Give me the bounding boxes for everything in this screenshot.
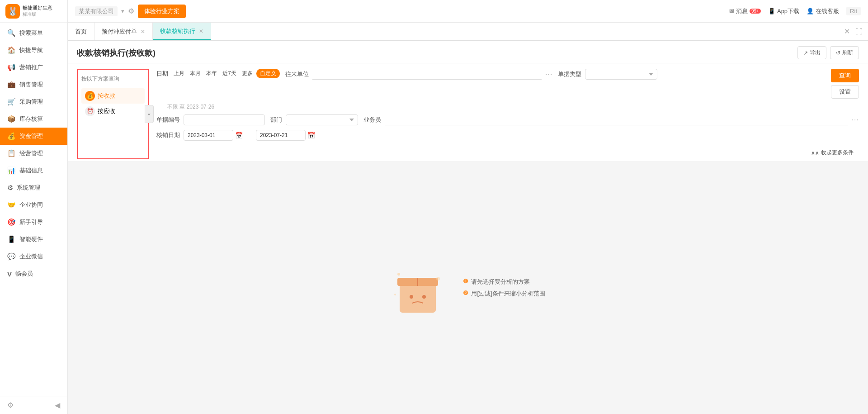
sidebar-item-search[interactable]: 🔍 搜索菜单 xyxy=(0,24,67,42)
message-badge: 99+ xyxy=(750,9,761,14)
svg-point-5 xyxy=(397,273,400,276)
writeoff-end-value: 2023-07-21 xyxy=(256,130,306,141)
refresh-btn[interactable]: ↺ 刷新 xyxy=(830,46,859,59)
filter-option-by-receivable[interactable]: ⏰ 按应收 xyxy=(81,104,145,119)
settings-footer-icon[interactable]: ⚙ xyxy=(7,401,14,409)
sidebar-item-label: 智能硬件 xyxy=(19,235,43,243)
collapse-icon: ∧∧ xyxy=(811,150,819,156)
sidebar-item-label: 搜索菜单 xyxy=(19,29,43,37)
filter-option-label: 按收款 xyxy=(98,92,115,100)
info-icon: 📊 xyxy=(7,167,16,175)
finance-icon: 💰 xyxy=(7,132,16,140)
date-btn-custom[interactable]: 自定义 xyxy=(256,69,280,78)
sidebar-item-label: 库存核算 xyxy=(19,115,43,123)
app-label: App下载 xyxy=(777,7,799,15)
query-btn[interactable]: 查询 xyxy=(831,69,859,82)
filter-sidebar-collapse-btn[interactable]: « xyxy=(145,105,154,123)
sidebar-item-member[interactable]: V 畅会员 xyxy=(0,265,67,282)
staff-filter: 业务员 ··· xyxy=(363,114,859,125)
date-btn-this-month[interactable]: 本月 xyxy=(188,69,203,78)
tab-writeoff[interactable]: 收款核销执行 ✕ xyxy=(153,23,211,40)
page-container: 收款核销执行(按收款) ↗ 导出 ↺ 刷新 按以下方案查询 xyxy=(68,41,868,414)
sidebar-item-label: 营销推广 xyxy=(19,63,43,71)
export-label: 导出 xyxy=(810,49,821,57)
user-name[interactable]: Rit xyxy=(846,7,861,15)
app-download-btn[interactable]: 📱 App下载 xyxy=(768,7,799,15)
topbar-right: ✉ 消息 99+ 📱 App下载 👤 在线客服 Rit xyxy=(729,7,861,15)
sidebar-footer: ⚙ ◀ xyxy=(0,396,67,414)
message-btn[interactable]: ✉ 消息 99+ xyxy=(729,7,761,15)
sidebar-item-management[interactable]: 📋 经营管理 xyxy=(0,145,67,162)
date-shortcuts: 上月 本月 本年 近7天 更多 自定义 xyxy=(172,69,280,78)
maximize-icon[interactable]: ⛶ xyxy=(855,28,863,36)
date-sep: — xyxy=(246,132,252,139)
bill-type-select[interactable] xyxy=(585,69,657,80)
receipt-icon: 💰 xyxy=(85,91,95,101)
date-btn-last-month[interactable]: 上月 xyxy=(172,69,186,78)
close-all-tabs-icon[interactable]: ✕ xyxy=(844,27,850,36)
logo: 🐰 畅捷通好生意 标准版 xyxy=(0,0,67,23)
sidebar-item-finance[interactable]: 💰 资金管理 xyxy=(0,128,67,145)
date-btn-this-year[interactable]: 本年 xyxy=(204,69,219,78)
sidebar-item-hardware[interactable]: 📱 智能硬件 xyxy=(0,231,67,248)
message-icon: ✉ xyxy=(729,8,734,14)
purchase-icon: 🛒 xyxy=(7,98,16,106)
empty-state: ❶ 请先选择要分析的方案 ❷ 用[过滤]条件来缩小分析范围 xyxy=(68,161,868,414)
sidebar-item-purchase[interactable]: 🛒 采购管理 xyxy=(0,93,67,110)
sidebar-item-sales[interactable]: 💼 销售管理 xyxy=(0,76,67,93)
export-btn[interactable]: ↗ 导出 xyxy=(797,46,826,59)
sidebar-item-label: 企业微信 xyxy=(19,252,43,261)
sidebar: 🐰 畅捷通好生意 标准版 🔍 搜索菜单 🏠 快捷导航 📢 营销推广 💼 销售管理… xyxy=(0,0,68,414)
inventory-icon: 📦 xyxy=(7,115,16,123)
sidebar-item-label: 快捷导航 xyxy=(19,46,43,54)
date-btn-7days[interactable]: 近7天 xyxy=(221,69,238,78)
sidebar-item-label: 资金管理 xyxy=(19,132,43,140)
sidebar-item-collab[interactable]: 🤝 企业协同 xyxy=(0,196,67,214)
staff-more-icon[interactable]: ··· xyxy=(852,116,859,124)
refresh-icon: ↺ xyxy=(836,50,840,56)
filter-main: 日期 上月 本月 本年 近7天 更多 自定义 往来单位 xyxy=(156,69,859,159)
counterpart-more-icon[interactable]: ··· xyxy=(545,70,552,78)
receivable-icon: ⏰ xyxy=(85,106,95,116)
filter-actions: 查询 设置 xyxy=(831,69,859,99)
dropdown-arrow-icon[interactable]: ▾ xyxy=(121,8,124,14)
service-btn[interactable]: 👤 在线客服 xyxy=(807,7,839,15)
sidebar-item-basic-info[interactable]: 📊 基础信息 xyxy=(0,162,67,179)
calendar-end-icon[interactable]: 📅 xyxy=(307,132,315,139)
dept-label: 部门 xyxy=(270,116,282,124)
tab-close-icon[interactable]: ✕ xyxy=(141,29,145,35)
more-conditions-btn[interactable]: ∧∧ 收起更多条件 xyxy=(806,146,859,159)
tabbar: 首页 预付冲应付单 ✕ 收款核销执行 ✕ ✕ ⛶ xyxy=(68,23,868,41)
bill-no-input[interactable] xyxy=(184,114,265,125)
sidebar-item-guide[interactable]: 🎯 新手引导 xyxy=(0,214,67,231)
empty-hints: ❶ 请先选择要分析的方案 ❷ 用[过滤]条件来缩小分析范围 xyxy=(463,278,545,298)
industry-btn[interactable]: 体验行业方案 xyxy=(138,5,186,18)
sidebar-item-inventory[interactable]: 📦 库存核算 xyxy=(0,110,67,128)
sidebar-item-label: 畅会员 xyxy=(15,270,33,278)
filter-settings-btn[interactable]: 设置 xyxy=(831,85,859,99)
sidebar-item-label: 基础信息 xyxy=(19,167,43,175)
tab-close-icon[interactable]: ✕ xyxy=(199,28,203,34)
sidebar-item-marketing[interactable]: 📢 营销推广 xyxy=(0,59,67,76)
service-label: 在线客服 xyxy=(816,7,839,15)
sidebar-item-system[interactable]: ⚙ 系统管理 xyxy=(0,179,67,196)
filter-option-by-receipt[interactable]: 💰 按收款 xyxy=(81,88,145,104)
tab-label: 首页 xyxy=(75,28,87,36)
dept-select[interactable] xyxy=(286,114,358,125)
sales-icon: 💼 xyxy=(7,81,16,89)
counterpart-label: 往来单位 xyxy=(285,70,309,78)
message-label: 消息 xyxy=(736,7,748,15)
collapse-sidebar-icon[interactable]: ◀ xyxy=(55,401,60,409)
topbar-gear-icon[interactable]: ⚙ xyxy=(128,7,134,15)
date-btn-more[interactable]: 更多 xyxy=(240,69,255,78)
sidebar-item-wxwork[interactable]: 💬 企业微信 xyxy=(0,248,67,265)
sidebar-item-nav[interactable]: 🏠 快捷导航 xyxy=(0,42,67,59)
tab-home[interactable]: 首页 xyxy=(68,23,94,40)
filter-sidebar-title: 按以下方案查询 xyxy=(81,73,145,85)
tab-prepay[interactable]: 预付冲应付单 ✕ xyxy=(94,23,153,40)
bill-no-label: 单据编号 xyxy=(156,116,180,124)
logo-name: 畅捷通好生意 xyxy=(23,5,52,11)
sidebar-nav: 🔍 搜索菜单 🏠 快捷导航 📢 营销推广 💼 销售管理 🛒 采购管理 📦 库存核… xyxy=(0,23,67,396)
calendar-start-icon[interactable]: 📅 xyxy=(235,132,243,139)
sidebar-item-label: 系统管理 xyxy=(17,184,40,192)
